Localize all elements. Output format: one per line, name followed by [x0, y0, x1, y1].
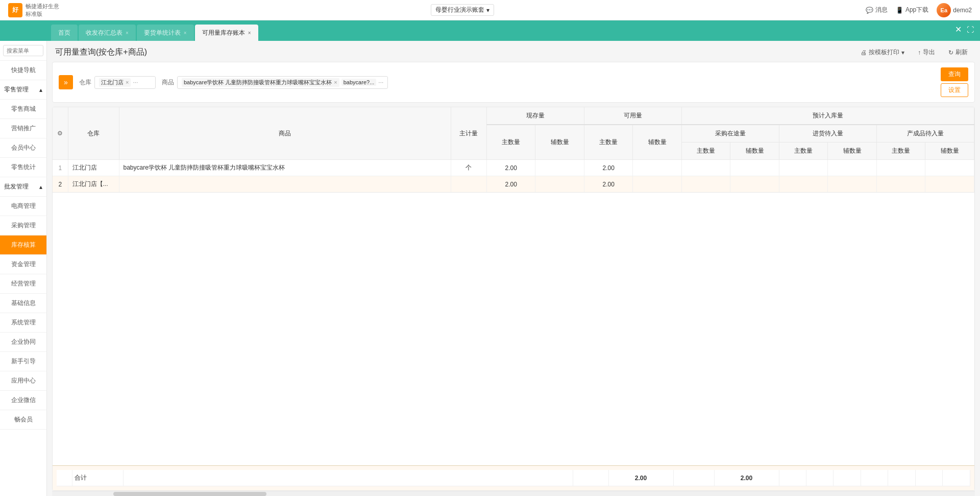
content-area: 可用量查询(按仓库+商品) 🖨 按模板打印 ▾ ↑ 导出 ↻ 刷新 » [47, 41, 980, 496]
logo-area: 好 畅捷通好生意 标准版 [8, 3, 59, 17]
subtotal-pur-aux [730, 176, 779, 193]
sidebar-item-basic-info[interactable]: 基础信息 [0, 294, 46, 313]
settings-button[interactable]: 设置 [941, 83, 968, 97]
product-filter: 商品 babycare学饮杯 儿童防摔防撞吸管杯重力球吸嘴杯宝宝水杯 × bab… [162, 76, 388, 89]
tab-home[interactable]: 首页 [51, 25, 78, 41]
filter-toggle-btn[interactable]: » [59, 75, 73, 89]
sidebar-item-app-center[interactable]: 应用中心 [0, 371, 46, 391]
subtotal-prod-aux [925, 176, 974, 193]
product-value-box[interactable]: babycare学饮杯 儿童防摔防撞吸管杯重力球吸嘴杯宝宝水杯 × babyca… [177, 76, 388, 89]
th-inc-aux: 辅数量 [828, 143, 877, 160]
close-all-tabs-btn[interactable]: ✕ [955, 25, 962, 34]
sidebar-item-inventory[interactable]: 库存核算 [0, 235, 46, 255]
th-products-in: 产成品待入量 [876, 125, 974, 143]
more-products-btn[interactable]: ··· [378, 79, 383, 86]
sidebar-item-ecommerce[interactable]: 电商管理 [0, 197, 46, 216]
footer-label: 合计 [72, 470, 123, 486]
subtotal-pur-main [681, 176, 730, 193]
main-layout: 快捷导航 零售管理 ▴ 零售商城 营销推广 会员中心 零售统计 批发管理 ▴ 电… [0, 41, 980, 496]
th-current-main: 主数量 [486, 125, 535, 160]
remove-product-tag-1[interactable]: × [334, 79, 337, 85]
sidebar-item-member-center[interactable]: 会员中心 [0, 138, 46, 158]
row-inc-main-1 [779, 160, 828, 176]
close-tab-3[interactable]: × [248, 30, 251, 36]
product-tag-1: babycare学饮杯 儿童防摔防撞吸管杯重力球吸嘴杯宝宝水杯 × [182, 78, 339, 87]
subtotal-cur-aux [535, 176, 584, 193]
tab-available-inventory[interactable]: 可用量库存账本 × [195, 25, 258, 41]
table-row: 1 江北门店 babycare学饮杯 儿童防摔防撞吸管杯重力球吸嘴杯宝宝水杯 个… [53, 160, 974, 176]
table-footer: 合计 2.00 2.00 [53, 465, 974, 490]
warehouse-value-box[interactable]: 江北门店 × ··· [94, 76, 156, 89]
sidebar-item-retail-stats[interactable]: 零售统计 [0, 158, 46, 177]
scrollbar-thumb[interactable] [113, 492, 266, 496]
page-title: 可用量查询(按仓库+商品) [55, 47, 147, 58]
row-num-1: 1 [53, 160, 68, 176]
th-settings[interactable]: ⚙ [53, 107, 68, 160]
more-warehouses-btn[interactable]: ··· [133, 79, 138, 86]
chevron-print-icon: ▾ [901, 49, 904, 56]
close-tab-2[interactable]: × [184, 30, 187, 36]
th-prod-aux: 辅数量 [925, 143, 974, 160]
message-btn[interactable]: 💬 消息 [866, 6, 888, 14]
sidebar-item-purchase[interactable]: 采购管理 [0, 216, 46, 235]
sidebar-search-area[interactable] [0, 41, 46, 61]
subtotal-cur-main: 2.00 [486, 176, 535, 193]
user-area[interactable]: Ea demo2 [937, 3, 972, 17]
row-prod-main-1 [876, 160, 925, 176]
footer-table: 合计 2.00 2.00 [57, 470, 970, 486]
message-icon: 💬 [866, 7, 873, 14]
remove-warehouse-tag[interactable]: × [126, 79, 129, 85]
th-warehouse: 仓库 [68, 107, 119, 160]
row-prod-aux-1 [925, 160, 974, 176]
sidebar-item-member[interactable]: 畅会员 [0, 410, 46, 430]
subtotal-num: 2 [53, 176, 68, 193]
print-icon: 🖨 [861, 49, 867, 56]
sidebar-item-marketing[interactable]: 营销推广 [0, 119, 46, 138]
footer-total-avail-main: 2.00 [714, 470, 779, 486]
phone-icon: 📱 [896, 7, 903, 14]
nav-tabs: 首页 收发存汇总表 × 要货单统计表 × 可用量库存账本 × ✕ ⛶ [0, 20, 980, 41]
table-scroll[interactable]: ⚙ 仓库 商品 主计量 现存量 可用量 预计入库量 主数量 辅数量 [53, 107, 974, 465]
th-planned-in: 预计入库量 [681, 107, 974, 125]
logo-text: 畅捷通好生意 标准版 [26, 3, 59, 17]
query-button[interactable]: 查询 [941, 67, 968, 81]
refresh-btn[interactable]: ↻ 刷新 [944, 46, 972, 59]
industry-selector[interactable]: 母婴行业演示账套 ▾ [431, 4, 494, 16]
top-bar: 好 畅捷通好生意 标准版 母婴行业演示账套 ▾ 💬 消息 📱 App下载 Ea … [0, 0, 980, 20]
search-input[interactable] [3, 45, 43, 56]
sidebar-item-retail-mgmt[interactable]: 零售管理 ▴ [0, 80, 46, 100]
sidebar-item-wholesale-mgmt[interactable]: 批发管理 ▴ [0, 177, 46, 197]
tab-order-stats[interactable]: 要货单统计表 × [137, 25, 194, 41]
subtotal-inc-aux [828, 176, 877, 193]
expand-btn[interactable]: ⛶ [967, 26, 974, 34]
sidebar-item-finance[interactable]: 资金管理 [0, 255, 46, 274]
warehouse-filter: 仓库 江北门店 × ··· [79, 76, 156, 89]
data-table: ⚙ 仓库 商品 主计量 现存量 可用量 预计入库量 主数量 辅数量 [53, 107, 974, 193]
sidebar-item-wechat[interactable]: 企业微信 [0, 391, 46, 410]
industry-selector-area[interactable]: 母婴行业演示账套 ▾ [431, 4, 494, 16]
sidebar-item-enterprise[interactable]: 企业协同 [0, 333, 46, 352]
row-product-1: babycare学饮杯 儿童防摔防撞吸管杯重力球吸嘴杯宝宝水杯 [119, 160, 451, 176]
subtotal-prod-main [876, 176, 925, 193]
top-bar-left: 好 畅捷通好生意 标准版 [8, 3, 59, 17]
chevron-up-icon: ▴ [39, 86, 42, 93]
row-cur-aux-1 [535, 160, 584, 176]
sidebar-item-operations[interactable]: 经营管理 [0, 274, 46, 294]
close-tab-1[interactable]: × [126, 30, 129, 36]
th-prod-main: 主数量 [876, 143, 925, 160]
sidebar-item-quick-nav[interactable]: 快捷导航 [0, 61, 46, 80]
tab-inventory-summary[interactable]: 收发存汇总表 × [79, 25, 136, 41]
settings-icon[interactable]: ⚙ [57, 130, 63, 137]
row-cur-main-1: 2.00 [486, 160, 535, 176]
sidebar-item-retail-mall[interactable]: 零售商城 [0, 100, 46, 119]
th-current-aux: 辅数量 [535, 125, 584, 160]
row-pur-aux-1 [730, 160, 779, 176]
row-inc-aux-1 [828, 160, 877, 176]
sidebar-item-system[interactable]: 系统管理 [0, 313, 46, 333]
print-btn[interactable]: 🖨 按模板打印 ▾ [856, 46, 909, 59]
th-avail-aux: 辅数量 [633, 125, 682, 160]
app-download-btn[interactable]: 📱 App下载 [896, 6, 928, 14]
horizontal-scrollbar[interactable] [52, 491, 975, 496]
export-btn[interactable]: ↑ 导出 [914, 46, 939, 59]
sidebar-item-new-guide[interactable]: 新手引导 [0, 352, 46, 371]
